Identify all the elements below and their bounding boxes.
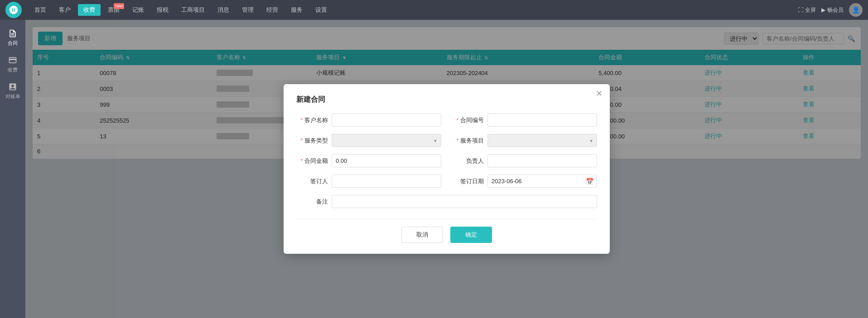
nav-right: ⛶ 全屏 ▶ 畅会员 👤 bbox=[798, 3, 863, 17]
avatar[interactable]: 👤 bbox=[849, 3, 863, 17]
nav-business[interactable]: 工商项目 bbox=[176, 4, 210, 16]
service-type-label: 服务类型 bbox=[296, 137, 328, 145]
contract-amount-label: 合同金额 bbox=[296, 157, 328, 165]
contract-amount-input[interactable] bbox=[332, 154, 441, 167]
payment-icon bbox=[8, 56, 17, 65]
member-btn[interactable]: ▶ 畅会员 bbox=[821, 6, 844, 14]
nav-customer[interactable]: 客户 bbox=[53, 4, 76, 16]
sign-date-label: 签订日期 bbox=[452, 177, 484, 185]
contract-no-label: 合同编号 bbox=[452, 116, 484, 124]
contract-amount-row: 合同金额 bbox=[296, 154, 441, 167]
sidebar-item-payment[interactable]: 收费 bbox=[0, 51, 25, 78]
avatar-icon: 👤 bbox=[852, 6, 860, 14]
nav-operation[interactable]: 经营 bbox=[261, 4, 284, 16]
dialog-close-button[interactable]: ✕ bbox=[596, 90, 603, 98]
fullscreen-btn[interactable]: ⛶ 全屏 bbox=[798, 6, 816, 14]
sign-date-wrapper: 📅 bbox=[487, 175, 597, 188]
nav-home[interactable]: 首页 bbox=[29, 4, 52, 16]
modal-overlay: ✕ 新建合同 客户名称 合同编号 服务类型 服 bbox=[25, 20, 868, 318]
statement-icon bbox=[8, 82, 17, 91]
nav-invoice[interactable]: 票据 new bbox=[102, 4, 125, 16]
fullscreen-icon: ⛶ bbox=[798, 7, 803, 13]
sign-date-input[interactable] bbox=[487, 175, 597, 188]
signer-input[interactable] bbox=[332, 175, 441, 188]
contract-no-input[interactable] bbox=[487, 114, 597, 127]
nav-items: 首页 客户 收费 票据 new 记账 报税 工商项目 消息 管理 经营 服务 设… bbox=[29, 4, 798, 16]
responsible-row: 负责人 bbox=[452, 154, 597, 167]
signer-row: 签订人 bbox=[296, 175, 441, 188]
sidebar-item-statement[interactable]: 对账单 bbox=[0, 78, 25, 104]
customer-name-row: 客户名称 bbox=[296, 114, 441, 127]
nav-message[interactable]: 消息 bbox=[212, 4, 235, 16]
sign-date-row: 签订日期 📅 bbox=[452, 175, 597, 188]
signer-label: 签订人 bbox=[296, 177, 328, 185]
customer-name-label: 客户名称 bbox=[296, 116, 328, 124]
sidebar-item-contract[interactable]: 合同 bbox=[0, 24, 25, 51]
nav-tax[interactable]: 报税 bbox=[151, 4, 174, 16]
top-nav: 首页 客户 收费 票据 new 记账 报税 工商项目 消息 管理 经营 服务 设… bbox=[0, 0, 868, 20]
nav-manage[interactable]: 管理 bbox=[236, 4, 259, 16]
service-item-select[interactable] bbox=[487, 134, 597, 147]
sidebar: 合同 收费 对账单 bbox=[0, 20, 25, 318]
nav-settings[interactable]: 设置 bbox=[310, 4, 333, 16]
calendar-icon[interactable]: 📅 bbox=[586, 178, 593, 185]
responsible-input[interactable] bbox=[487, 154, 597, 167]
remark-input[interactable] bbox=[332, 195, 597, 208]
service-type-select-wrapper bbox=[332, 134, 441, 147]
service-type-row: 服务类型 bbox=[296, 134, 441, 147]
dialog-form: 客户名称 合同编号 服务类型 服务项目 bbox=[296, 114, 597, 208]
new-badge: new bbox=[114, 3, 124, 9]
nav-fee[interactable]: 收费 bbox=[78, 4, 101, 16]
service-type-select[interactable] bbox=[332, 134, 441, 147]
nav-service[interactable]: 服务 bbox=[285, 4, 308, 16]
customer-name-input[interactable] bbox=[332, 114, 441, 127]
service-item-select-wrapper bbox=[487, 134, 597, 147]
remark-row: 备注 bbox=[296, 195, 597, 208]
remark-label: 备注 bbox=[296, 198, 328, 206]
service-item-row: 服务项目 bbox=[452, 134, 597, 147]
new-contract-dialog: ✕ 新建合同 客户名称 合同编号 服务类型 服 bbox=[284, 84, 610, 254]
contract-icon bbox=[8, 29, 17, 38]
member-icon: ▶ bbox=[821, 7, 825, 13]
cancel-button[interactable]: 取消 bbox=[401, 227, 443, 243]
contract-no-row: 合同编号 bbox=[452, 114, 597, 127]
app-logo bbox=[5, 2, 22, 18]
service-item-label: 服务项目 bbox=[452, 137, 484, 145]
dialog-footer: 取消 确定 bbox=[296, 219, 597, 243]
nav-bookkeeping[interactable]: 记账 bbox=[127, 4, 149, 16]
responsible-label: 负责人 bbox=[452, 157, 484, 165]
confirm-button[interactable]: 确定 bbox=[450, 227, 492, 243]
dialog-title: 新建合同 bbox=[296, 95, 597, 104]
